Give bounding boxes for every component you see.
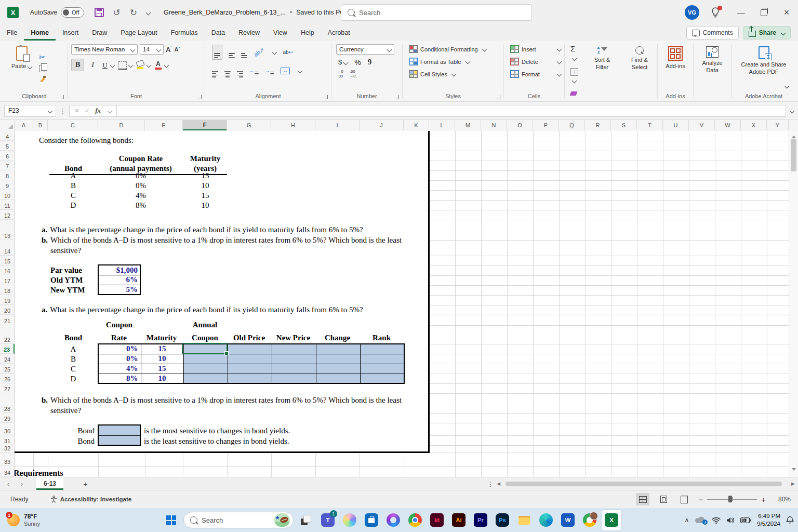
row-header-34[interactable]: 34 [0,466,15,477]
vertical-scrollbar[interactable] [789,131,798,477]
chrome-icon[interactable] [405,510,425,530]
tab-draw[interactable]: Draw [85,25,114,41]
row-header-17[interactable]: 17 [0,275,15,285]
fill-color-button[interactable] [137,61,144,69]
column-header-I[interactable]: I [315,120,360,130]
comma-style-button[interactable]: 9 [368,58,372,66]
column-header-G[interactable]: G [227,120,271,130]
comments-button[interactable]: Comments [686,26,739,39]
taskbar-clock[interactable]: 6:49 PM 9/5/2024 [757,512,780,528]
orientation-button[interactable]: ab↗ [252,46,265,58]
page-layout-view-button[interactable] [657,493,670,506]
column-header-D[interactable]: D [98,120,145,130]
align-left-button[interactable] [212,64,218,77]
zoom-level[interactable]: 80% [773,496,791,503]
column-header-M[interactable]: M [455,120,481,130]
horizontal-scrollbar[interactable] [503,481,788,487]
horizontal-scrollbar-thumb[interactable] [506,482,782,486]
accounting-format-button[interactable]: $ [338,58,348,66]
cell-new-price-d[interactable] [272,374,316,383]
document-title[interactable]: Greene_Berk_DeMarzo_Problem_6-13_... [164,9,286,16]
photoshop-icon[interactable]: Ps [493,510,512,530]
cell-old-price-d[interactable] [228,374,272,383]
share-button[interactable]: Share [743,26,791,39]
answer-least-cell[interactable] [99,435,140,445]
row-header-24[interactable]: 24 [0,354,15,364]
increase-indent-button[interactable]: → [265,68,274,74]
fill-button[interactable]: ↓ [570,66,581,85]
close-button[interactable]: × [775,0,798,25]
battery-icon[interactable] [740,517,751,523]
bold-button[interactable]: B [71,59,84,71]
autosave-toggle[interactable]: Off [61,7,84,18]
autosum-button[interactable]: Σ [570,44,581,63]
number-format-combo[interactable]: Currency [336,44,394,55]
cell-annual-coupon-b[interactable] [183,354,228,364]
column-header-Q[interactable]: Q [559,120,585,130]
analyze-data-button[interactable]: Analyze Data [695,44,729,91]
expand-formula-bar-icon[interactable] [790,108,795,113]
insert-cells-button[interactable]: Insert [509,45,563,54]
column-header-K[interactable]: K [404,120,429,130]
column-header-P[interactable]: P [533,120,559,130]
grow-font-button[interactable]: Aˆ [166,46,172,54]
italic-button[interactable]: I [88,61,97,69]
column-header-S[interactable]: S [611,120,637,130]
column-header-O[interactable]: O [507,120,533,130]
row-header-22[interactable]: 22 [0,325,15,344]
cell-old-price-b[interactable] [228,354,272,364]
cell-rank-b[interactable] [360,354,404,364]
increase-decimal-button[interactable]: .00→0 [350,70,356,78]
edge-icon[interactable] [536,510,556,530]
row-header-30[interactable]: 30 [0,423,15,435]
wifi-icon[interactable] [712,517,721,524]
tab-page-layout[interactable]: Page Layout [114,25,164,41]
format-painter-icon[interactable] [39,76,46,83]
percent-style-button[interactable]: % [354,58,361,66]
taskbar-search-box[interactable]: Search ★ [183,512,294,528]
styles-dialog-launcher-icon[interactable] [496,95,500,99]
column-header-N[interactable]: N [481,120,507,130]
row-header-15[interactable]: 15 [0,256,15,265]
cell-maturity-a[interactable]: 15 [141,344,183,354]
tab-insert[interactable]: Insert [56,25,85,41]
column-header-W[interactable]: W [715,120,741,130]
row-header-20[interactable]: 20 [0,305,15,315]
row-header-28[interactable]: 28 [0,393,15,413]
m365-icon[interactable] [383,510,403,530]
scroll-up-icon[interactable] [792,134,796,138]
cut-icon[interactable]: ✂ [39,53,46,61]
cell-rate-a[interactable]: 0% [98,344,141,354]
scroll-down-icon[interactable] [792,468,796,473]
row-header-29[interactable]: 29 [0,413,15,423]
cell-annual-coupon-c[interactable] [183,364,228,374]
cell-maturity-c[interactable]: 15 [141,364,183,374]
cell-change-a[interactable] [316,344,360,354]
cell-rate-c[interactable]: 4% [98,364,141,374]
minimize-button[interactable]: — [729,0,752,25]
column-header-Y[interactable]: Y [767,120,789,130]
column-header-R[interactable]: R [585,120,611,130]
column-header-C[interactable]: C [48,120,98,130]
row-header-16[interactable]: 16 [0,265,15,275]
row-header-13[interactable]: 13 [0,220,15,240]
sort-filter-button[interactable]: AZ Sort & Filter [586,44,618,107]
zoom-slider[interactable] [707,499,757,499]
cell-old-price-a[interactable] [228,344,272,354]
vertical-scrollbar-thumb[interactable] [791,139,796,171]
cell-rank-a[interactable] [360,344,404,354]
cell-annual-coupon-d[interactable] [183,374,228,383]
copilot-icon[interactable] [340,510,360,530]
zoom-out-button[interactable]: − [698,495,703,504]
paste-button[interactable]: Paste [7,44,36,91]
column-header-U[interactable]: U [663,120,689,130]
row-header-10[interactable]: 10 [0,190,15,200]
column-header-A[interactable]: A [15,120,33,130]
cell-rate-d[interactable]: 8% [98,374,141,383]
column-header-X[interactable]: X [741,120,767,130]
store-icon[interactable] [362,510,381,530]
volume-icon[interactable] [726,517,735,524]
cell-styles-button[interactable]: Cell Styles [407,70,502,78]
column-header-B[interactable]: B [33,120,48,130]
cell-new-price-c[interactable] [272,364,316,374]
